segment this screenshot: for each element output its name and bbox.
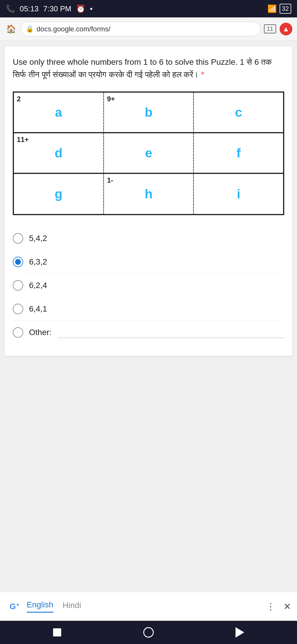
- cell-d: 11+ d: [14, 133, 104, 174]
- option-other[interactable]: Other:: [13, 321, 284, 344]
- signal-icon: 📶: [267, 4, 277, 13]
- circle-icon: [143, 627, 154, 638]
- alarm-icon: ⏰: [76, 4, 85, 13]
- dot-indicator: •: [90, 4, 93, 13]
- option-2-label: 6,3,2: [29, 257, 47, 267]
- translate-g-icon: G✦: [10, 602, 19, 611]
- translation-actions: ⋮ ✕: [266, 601, 291, 612]
- cell-h: 1- h: [104, 174, 193, 214]
- status-time-left: 05:13: [20, 4, 39, 13]
- cell-h-label: h: [145, 187, 153, 201]
- option-2[interactable]: 6,3,2: [13, 250, 284, 274]
- back-icon: [236, 627, 244, 638]
- cell-e-label: e: [145, 146, 152, 160]
- radio-other[interactable]: [13, 327, 23, 338]
- battery-indicator: 32: [280, 4, 291, 14]
- cell-i: i: [193, 174, 283, 214]
- question-text: Use only three whole numbers from 1 to 6…: [13, 56, 284, 81]
- puzzle-grid: 2 a 9+ b c 11+ d e f g: [13, 91, 284, 215]
- language-tabs: English Hindi: [27, 600, 266, 613]
- lock-icon: 🔒: [26, 25, 34, 33]
- option-1-label: 5,4,2: [29, 234, 47, 243]
- cell-a: 2 a: [14, 92, 104, 133]
- close-translation-button[interactable]: ✕: [283, 601, 291, 612]
- cell-b-label: b: [145, 105, 153, 120]
- option-3[interactable]: 6,2,4: [13, 274, 284, 297]
- other-input[interactable]: [57, 327, 284, 338]
- option-3-label: 6,2,4: [29, 281, 47, 290]
- more-options-icon[interactable]: ⋮: [266, 601, 275, 612]
- cell-g-label: g: [55, 187, 63, 201]
- cell-f: f: [193, 133, 283, 174]
- translate-icon-wrapper: G✦: [6, 602, 23, 611]
- cell-i-label: i: [237, 187, 240, 201]
- url-text: docs.google.com/forms/: [37, 25, 111, 33]
- status-bar: 📞 05:13 7:30 PM ⏰ • 📶 32: [0, 0, 297, 17]
- browser-bar: 🏠 🔒 docs.google.com/forms/ 11 ▲: [0, 17, 297, 41]
- lang-tab-hindi[interactable]: Hindi: [63, 601, 81, 612]
- phone-icon: 📞: [6, 4, 15, 13]
- radio-1[interactable]: [13, 233, 23, 244]
- option-4-label: 6,4,1: [29, 304, 47, 314]
- options-list: 5,4,2 6,3,2 6,2,4 6,4,1 Other:: [13, 227, 284, 344]
- cell-b-corner: 9+: [107, 95, 115, 103]
- square-icon: [53, 628, 61, 636]
- status-time-right: 7:30 PM: [43, 4, 71, 13]
- radio-2[interactable]: [13, 257, 23, 267]
- nav-back-button[interactable]: [233, 625, 247, 640]
- cell-c-label: c: [235, 105, 242, 120]
- refresh-button[interactable]: ▲: [280, 23, 292, 35]
- option-other-label: Other:: [29, 328, 52, 337]
- url-bar[interactable]: 🔒 docs.google.com/forms/: [21, 22, 260, 36]
- cell-f-label: f: [236, 146, 241, 160]
- cell-b: 9+ b: [104, 92, 193, 133]
- tab-count[interactable]: 11: [264, 24, 276, 33]
- home-button[interactable]: 🏠: [5, 23, 17, 35]
- cell-g: g: [14, 174, 104, 214]
- option-4[interactable]: 6,4,1: [13, 297, 284, 321]
- cell-c: c: [193, 92, 283, 133]
- main-content: Use only three whole numbers from 1 to 6…: [0, 41, 297, 592]
- translation-bar: G✦ English Hindi ⋮ ✕: [0, 592, 297, 621]
- cell-a-label: a: [55, 105, 62, 120]
- radio-4[interactable]: [13, 304, 23, 314]
- cell-h-corner: 1-: [107, 176, 113, 184]
- form-card: Use only three whole numbers from 1 to 6…: [5, 46, 292, 356]
- radio-2-inner: [15, 259, 21, 265]
- translate-star: ✦: [16, 602, 19, 607]
- nav-home-button[interactable]: [141, 625, 156, 640]
- cell-e: e: [104, 133, 193, 174]
- option-1[interactable]: 5,4,2: [13, 227, 284, 250]
- cell-d-label: d: [55, 146, 63, 160]
- radio-3[interactable]: [13, 280, 23, 291]
- status-left: 📞 05:13 7:30 PM ⏰ •: [6, 4, 93, 13]
- status-right: 📶 32: [267, 4, 291, 14]
- required-star: *: [201, 70, 204, 79]
- bottom-nav: [0, 621, 297, 644]
- cell-a-corner: 2: [17, 95, 21, 103]
- nav-square-button[interactable]: [50, 625, 64, 640]
- cell-d-corner: 11+: [17, 136, 29, 144]
- lang-tab-english[interactable]: English: [27, 600, 53, 613]
